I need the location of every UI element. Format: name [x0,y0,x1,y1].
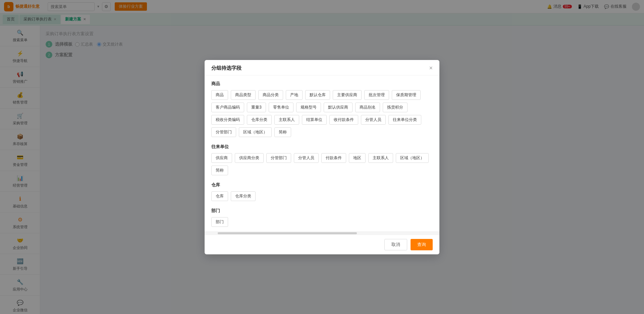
field-tag-1-3[interactable]: 分管人员 [294,153,319,163]
field-tag-0-9[interactable]: 重量3 [247,103,266,112]
field-tag-0-1[interactable]: 商品类型 [231,90,256,100]
field-tag-0-16[interactable]: 仓库分类 [247,115,272,125]
field-section-2: 仓库仓库仓库分类 [211,182,433,201]
field-tag-0-19[interactable]: 收付款条件 [329,115,358,125]
field-tag-1-7[interactable]: 区域（地区） [396,153,429,163]
field-tag-0-4[interactable]: 默认仓库 [305,90,330,100]
field-grid-0: 商品商品类型商品分类产地默认仓库主要供应商批次管理保质期管理客户商品编码重量3零… [211,90,433,137]
field-tag-0-22[interactable]: 分管部门 [211,127,236,137]
modal-footer: 取消 查询 [205,235,439,254]
field-tag-0-21[interactable]: 往来单位分类 [388,115,421,125]
field-grid-2: 仓库仓库分类 [211,191,433,201]
modal-title: 分组待选字段 [211,65,241,71]
main-layout: 🔍 搜索菜单 ⚡ 快捷导航 📢 营销推广 💰 销售管理 🛒 采购管理 📦 库存核… [0,25,644,314]
field-tag-0-5[interactable]: 主要供应商 [333,90,362,100]
field-grid-1: 供应商供应商分类分管部门分管人员付款条件地区主联系人区域（地区）简称 [211,153,433,175]
field-tag-1-8[interactable]: 简称 [211,166,228,175]
field-tag-2-1[interactable]: 仓库分类 [231,191,256,201]
section-title-0: 商品 [211,81,433,87]
field-tag-0-17[interactable]: 主联系人 [274,115,299,125]
field-tag-0-10[interactable]: 零售单位 [269,103,293,112]
cancel-button[interactable]: 取消 [384,239,407,250]
field-tag-1-6[interactable]: 主联系人 [368,153,393,163]
modal-close-button[interactable]: × [429,65,433,72]
field-tag-0-12[interactable]: 默认供应商 [324,103,353,112]
field-tag-0-23[interactable]: 区域（地区） [239,127,272,137]
confirm-button[interactable]: 查询 [411,239,433,250]
modal-overlay: 分组待选字段 × 商品商品商品类型商品分类产地默认仓库主要供应商批次管理保质期管… [40,25,644,314]
field-section-0: 商品商品商品类型商品分类产地默认仓库主要供应商批次管理保质期管理客户商品编码重量… [211,81,433,137]
field-tag-0-18[interactable]: 结算单位 [302,115,327,125]
field-selection-modal: 分组待选字段 × 商品商品商品类型商品分类产地默认仓库主要供应商批次管理保质期管… [205,60,439,254]
field-tag-0-11[interactable]: 规格型号 [296,103,321,112]
field-tag-0-8[interactable]: 客户商品编码 [211,103,244,112]
field-tag-3-0[interactable]: 部门 [211,217,228,227]
field-grid-3: 部门 [211,217,433,227]
field-tag-0-13[interactable]: 商品别名 [355,103,380,112]
modal-hscroll-thumb [218,232,357,234]
section-title-3: 部门 [211,208,433,214]
field-tag-0-3[interactable]: 产地 [286,90,303,100]
field-tag-0-0[interactable]: 商品 [211,90,228,100]
field-tag-0-2[interactable]: 商品分类 [258,90,283,100]
section-title-1: 往来单位 [211,144,433,150]
field-tag-0-7[interactable]: 保质期管理 [392,90,421,100]
field-tag-1-2[interactable]: 分管部门 [266,153,291,163]
field-tag-0-24[interactable]: 简称 [274,127,291,137]
field-section-1: 往来单位供应商供应商分类分管部门分管人员付款条件地区主联系人区域（地区）简称 [211,144,433,175]
field-tag-1-5[interactable]: 地区 [349,153,366,163]
field-tag-1-4[interactable]: 付款条件 [321,153,346,163]
field-tag-0-6[interactable]: 批次管理 [364,90,389,100]
field-tag-2-0[interactable]: 仓库 [211,191,228,201]
field-section-3: 部门部门 [211,208,433,227]
modal-body: 商品商品商品类型商品分类产地默认仓库主要供应商批次管理保质期管理客户商品编码重量… [205,75,439,232]
field-tag-1-1[interactable]: 供应商分类 [235,153,264,163]
field-tag-1-0[interactable]: 供应商 [211,153,232,163]
content-area: 采购订单执行表方案设置 1 选择模板 汇总表 交叉统计表 2 方案配置 [40,25,644,314]
modal-horizontal-scrollbar[interactable] [205,232,439,234]
field-tag-0-15[interactable]: 税收分类编码 [211,115,244,125]
field-tag-0-20[interactable]: 分管人员 [361,115,386,125]
section-title-2: 仓库 [211,182,433,188]
modal-header: 分组待选字段 × [205,60,439,75]
field-tag-0-14[interactable]: 拣货积分 [383,103,408,112]
